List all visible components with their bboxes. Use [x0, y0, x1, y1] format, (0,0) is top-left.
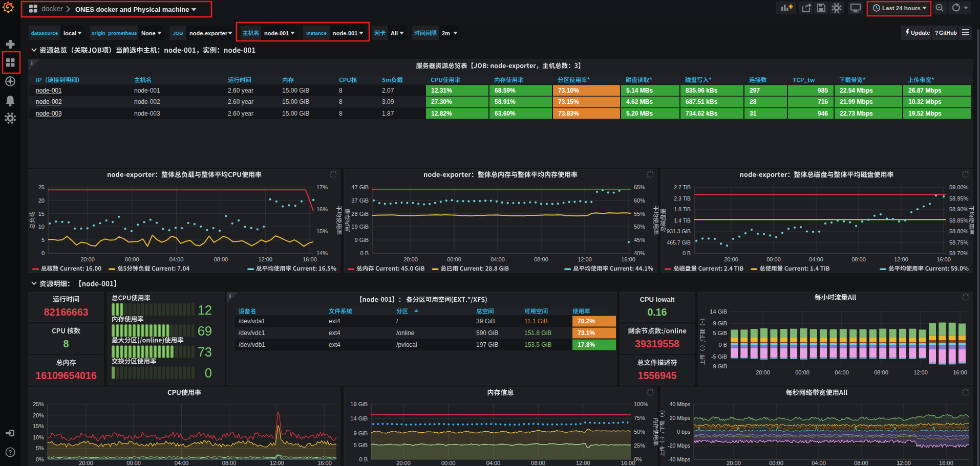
svg-text:8: 8: [339, 98, 343, 105]
svg-text:ext4: ext4: [329, 329, 340, 337]
svg-text:8: 8: [63, 338, 69, 349]
svg-text:50%: 50%: [634, 224, 645, 230]
svg-text:151.8 GiB: 151.8 GiB: [524, 329, 551, 337]
svg-text:47 GiB: 47 GiB: [351, 184, 369, 190]
svg-text:CPU iowait: CPU iowait: [640, 296, 675, 303]
svg-text:?: ?: [935, 30, 939, 36]
svg-text:0: 0: [41, 250, 45, 256]
svg-text:100%: 100%: [634, 401, 648, 407]
svg-text:931.3 GiB: 931.3 GiB: [667, 228, 691, 234]
svg-text:12:00: 12:00: [270, 460, 284, 466]
svg-text:16109654016: 16109654016: [35, 370, 96, 381]
svg-text:08:00: 08:00: [222, 460, 237, 466]
svg-text:04:00: 04:00: [169, 256, 184, 262]
svg-text:-9 GiB: -9 GiB: [711, 363, 727, 369]
svg-text:15.00 GiB: 15.00 GiB: [282, 110, 309, 117]
svg-text:10: 10: [38, 224, 45, 230]
svg-text:12.82%: 12.82%: [431, 110, 452, 117]
svg-text:2m: 2m: [442, 30, 450, 36]
svg-text:14 GiB: 14 GiB: [710, 308, 727, 315]
svg-text:20:00: 20:00: [756, 369, 770, 375]
svg-text:2.7 TiB: 2.7 TiB: [674, 184, 691, 190]
svg-text:5.20 MBs: 5.20 MBs: [626, 110, 653, 117]
svg-text:10%: 10%: [33, 434, 44, 440]
svg-text:1556945: 1556945: [638, 370, 677, 381]
svg-text:00:00: 00:00: [769, 460, 783, 466]
svg-text:Update: Update: [911, 30, 930, 36]
svg-text:69: 69: [198, 324, 212, 338]
svg-text:75%: 75%: [634, 415, 645, 421]
svg-text:19 GiB: 19 GiB: [350, 401, 368, 407]
svg-text:0 B: 0 B: [718, 342, 727, 348]
svg-text:25: 25: [38, 184, 45, 190]
svg-text:20:00: 20:00: [79, 460, 93, 466]
svg-text:04:00: 04:00: [835, 369, 849, 375]
svg-text:04:00: 04:00: [809, 256, 823, 262]
svg-text:25%: 25%: [634, 442, 645, 449]
svg-text:origin_prometheus: origin_prometheus: [92, 30, 137, 36]
svg-text:40%: 40%: [634, 250, 645, 256]
svg-text:04:00: 04:00: [486, 460, 501, 466]
svg-text:node-001: node-001: [333, 30, 357, 36]
svg-text:19.52 Mbps: 19.52 Mbps: [908, 110, 942, 117]
svg-text:687.51 kBs: 687.51 kBs: [686, 98, 717, 105]
svg-text:5.14 MBs: 5.14 MBs: [626, 87, 653, 94]
svg-text:835.96 kBs: 835.96 kBs: [686, 87, 717, 94]
svg-text:26.87 Mbps: 26.87 Mbps: [908, 87, 942, 94]
svg-text:JOB: JOB: [173, 30, 183, 36]
svg-text:00:00: 00:00: [441, 460, 456, 466]
svg-text:12:00: 12:00: [897, 460, 911, 466]
svg-text:985: 985: [818, 87, 828, 94]
svg-text:ext4: ext4: [329, 341, 340, 348]
svg-text:22.73 Mbps: 22.73 Mbps: [840, 110, 873, 117]
svg-text:08:00: 08:00: [531, 460, 545, 466]
svg-text:00:00: 00:00: [447, 256, 461, 262]
svg-text:20: 20: [38, 197, 45, 204]
svg-text:73.1%: 73.1%: [578, 329, 595, 337]
svg-text:00:00: 00:00: [126, 460, 141, 466]
svg-text:0: 0: [205, 366, 212, 380]
svg-text:i: i: [31, 61, 33, 66]
svg-text:50%: 50%: [634, 429, 645, 435]
svg-text:5 GiB: 5 GiB: [713, 330, 727, 336]
svg-text:12: 12: [198, 303, 212, 317]
svg-text:Last 24 hours: Last 24 hours: [882, 5, 921, 11]
svg-text:60%: 60%: [634, 197, 645, 204]
svg-text:/pvlocal: /pvlocal: [396, 341, 417, 348]
svg-text:2.60 year: 2.60 year: [228, 98, 253, 105]
svg-text:5: 5: [41, 237, 45, 243]
svg-text:19 GiB: 19 GiB: [351, 224, 369, 230]
svg-text:58.90%: 58.90%: [949, 206, 969, 212]
svg-text:58.75%: 58.75%: [949, 239, 969, 246]
svg-text:73.83%: 73.83%: [558, 110, 579, 117]
svg-text:2.60 year: 2.60 year: [228, 110, 253, 117]
svg-text:datasource: datasource: [31, 30, 58, 36]
svg-text:00:00: 00:00: [795, 369, 809, 375]
svg-text:68.59%: 68.59%: [495, 87, 516, 94]
svg-text:1.8 TiB: 1.8 TiB: [674, 206, 691, 212]
svg-text:14 GiB: 14 GiB: [350, 415, 368, 421]
svg-text:04:00: 04:00: [491, 256, 505, 262]
svg-text:node-002: node-002: [134, 98, 160, 105]
svg-text:40 Mbps: 40 Mbps: [670, 401, 690, 407]
svg-text:ext4: ext4: [329, 318, 340, 325]
svg-text:16:00: 16:00: [621, 256, 635, 262]
svg-text:10.32 Mbps: 10.32 Mbps: [908, 98, 942, 105]
svg-text:5%: 5%: [36, 445, 44, 451]
svg-text:0%: 0%: [36, 456, 44, 462]
svg-text:58.91%: 58.91%: [495, 98, 516, 105]
svg-text:297: 297: [750, 87, 760, 94]
svg-text:16:00: 16:00: [939, 460, 953, 466]
svg-text:20 Mbps: 20 Mbps: [670, 415, 690, 421]
svg-text:20:00: 20:00: [80, 256, 95, 262]
svg-text:0 bps: 0 bps: [677, 429, 690, 435]
svg-text:12:00: 12:00: [578, 256, 592, 262]
svg-text:17%: 17%: [316, 184, 328, 190]
svg-text:None: None: [141, 30, 156, 36]
svg-text:590 GiB: 590 GiB: [476, 329, 498, 337]
svg-text:0 B: 0 B: [683, 250, 691, 256]
svg-text:local: local: [63, 30, 76, 36]
svg-text:0 B: 0 B: [360, 250, 369, 256]
svg-text:58.95%: 58.95%: [949, 195, 969, 202]
svg-text:11.1 GiB: 11.1 GiB: [524, 318, 548, 325]
